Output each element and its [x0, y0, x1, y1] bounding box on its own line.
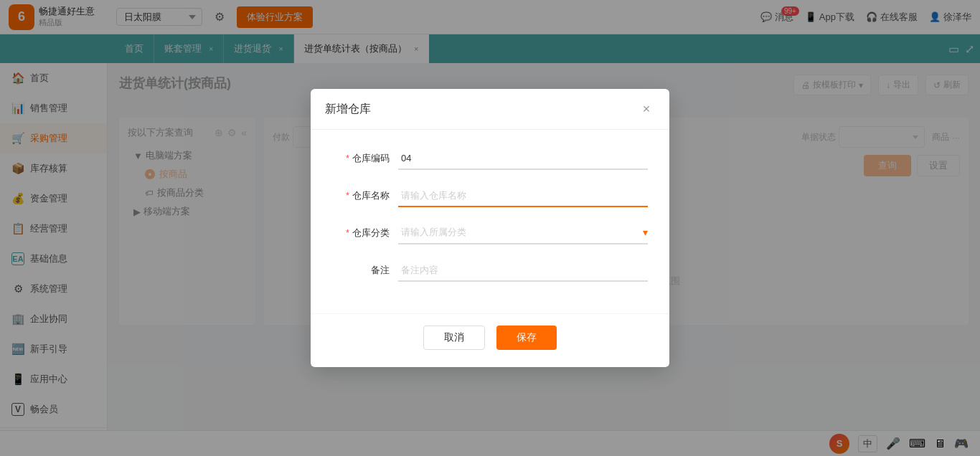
new-warehouse-modal: 新增仓库 × 仓库编码 仓库名称 仓库分类 请输入所属分类 ▾	[311, 89, 669, 367]
code-label: 仓库编码	[332, 152, 390, 165]
category-placeholder: 请输入所属分类	[398, 226, 643, 239]
modal-body: 仓库编码 仓库名称 仓库分类 请输入所属分类 ▾ 备注	[311, 130, 669, 313]
modal-overlay: 新增仓库 × 仓库编码 仓库名称 仓库分类 请输入所属分类 ▾	[0, 0, 980, 456]
form-row-remark: 备注	[332, 259, 648, 282]
warehouse-name-input[interactable]	[398, 184, 648, 207]
modal-footer: 取消 保存	[311, 313, 669, 367]
modal-close-btn[interactable]: ×	[638, 100, 655, 118]
category-select[interactable]: 请输入所属分类 ▾	[398, 222, 648, 244]
form-row-name: 仓库名称	[332, 184, 648, 207]
remark-input[interactable]	[398, 259, 648, 282]
category-dropdown-icon: ▾	[643, 227, 648, 238]
cancel-button[interactable]: 取消	[423, 326, 485, 350]
modal-title: 新增仓库	[325, 102, 371, 117]
name-label: 仓库名称	[332, 189, 390, 202]
save-button[interactable]: 保存	[496, 326, 557, 350]
form-row-code: 仓库编码	[332, 147, 648, 170]
modal-header: 新增仓库 ×	[311, 89, 669, 130]
form-row-category: 仓库分类 请输入所属分类 ▾	[332, 222, 648, 244]
category-label: 仓库分类	[332, 227, 390, 239]
remark-label: 备注	[332, 264, 390, 277]
warehouse-code-input[interactable]	[398, 147, 648, 170]
